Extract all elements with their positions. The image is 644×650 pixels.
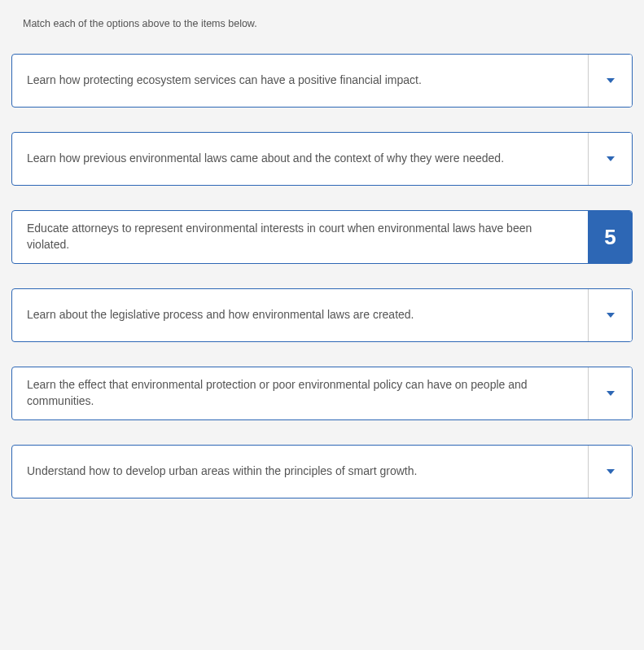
match-item: Learn how protecting ecosystem services …: [11, 54, 633, 108]
instruction-text: Match each of the options above to the i…: [0, 0, 644, 46]
match-dropdown-button[interactable]: [588, 289, 632, 341]
match-item: Learn the effect that environmental prot…: [11, 367, 633, 420]
match-dropdown-button[interactable]: 5: [588, 211, 632, 263]
match-item-text: Educate attorneys to represent environme…: [12, 211, 588, 263]
match-dropdown-button[interactable]: [588, 446, 632, 498]
match-item: Learn about the legislative process and …: [11, 288, 633, 342]
match-dropdown-button[interactable]: [588, 367, 632, 419]
selected-option-value: 5: [604, 225, 616, 250]
matching-question-container: Match each of the options above to the i…: [0, 0, 644, 498]
match-item-text: Learn the effect that environmental prot…: [12, 367, 588, 419]
match-dropdown-button[interactable]: [588, 133, 632, 185]
chevron-down-icon: [607, 391, 615, 396]
match-item-text: Learn how previous environmental laws ca…: [12, 133, 588, 185]
instruction-label: Match each of the options above to the i…: [23, 18, 257, 29]
match-dropdown-button[interactable]: [588, 55, 632, 107]
match-item: Understand how to develop urban areas wi…: [11, 445, 633, 498]
match-items-list: Learn how protecting ecosystem services …: [0, 46, 644, 498]
match-item: Learn how previous environmental laws ca…: [11, 132, 633, 186]
chevron-down-icon: [607, 469, 615, 474]
match-item-text: Learn about the legislative process and …: [12, 289, 588, 341]
match-item: Educate attorneys to represent environme…: [11, 210, 633, 264]
chevron-down-icon: [607, 156, 615, 161]
match-item-text: Understand how to develop urban areas wi…: [12, 446, 588, 498]
match-item-text: Learn how protecting ecosystem services …: [12, 55, 588, 107]
chevron-down-icon: [607, 313, 615, 318]
chevron-down-icon: [607, 78, 615, 83]
